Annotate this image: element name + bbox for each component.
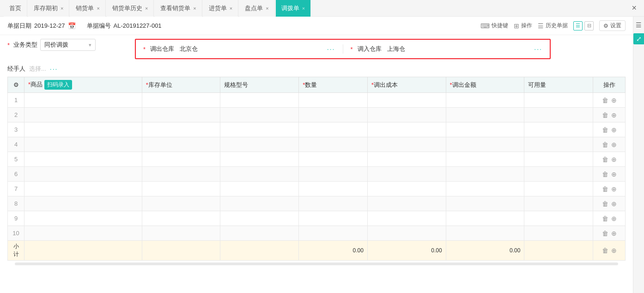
- amount-cell[interactable]: [446, 108, 524, 122]
- tab-sales-order[interactable]: 销货单×: [70, 0, 105, 17]
- cost-cell[interactable]: [367, 182, 446, 196]
- col-gear[interactable]: ⚙: [8, 77, 24, 93]
- delete-row-icon[interactable]: 🗑: [602, 141, 608, 148]
- amount-cell[interactable]: [446, 211, 524, 226]
- amount-cell[interactable]: [446, 226, 524, 241]
- in-warehouse-more-btn[interactable]: ···: [534, 45, 542, 53]
- history-button[interactable]: ☰ 历史单据: [538, 22, 568, 30]
- unit-cell[interactable]: [142, 182, 220, 196]
- tab-stocktake[interactable]: 盘点单×: [239, 0, 274, 17]
- spec-cell[interactable]: [220, 152, 299, 167]
- copy-row-icon[interactable]: ⊕: [611, 215, 617, 222]
- qty-cell[interactable]: [299, 93, 368, 108]
- spec-cell[interactable]: [220, 122, 299, 137]
- tab-sales-history[interactable]: 销货单历史×: [107, 0, 154, 17]
- cost-cell[interactable]: [367, 167, 446, 182]
- product-cell[interactable]: [24, 137, 142, 152]
- amount-cell[interactable]: [446, 196, 524, 211]
- delete-row-icon[interactable]: 🗑: [602, 230, 608, 237]
- spec-cell[interactable]: [220, 93, 299, 108]
- cost-cell[interactable]: [367, 196, 446, 211]
- product-cell[interactable]: [24, 196, 142, 211]
- amount-cell[interactable]: [446, 167, 524, 182]
- qty-cell[interactable]: [299, 226, 368, 241]
- product-cell[interactable]: [24, 226, 142, 241]
- cost-cell[interactable]: [367, 108, 446, 122]
- product-cell[interactable]: [24, 122, 142, 137]
- handler-input[interactable]: 选择...: [29, 65, 46, 73]
- delete-row-icon[interactable]: 🗑: [602, 200, 608, 208]
- sidebar-doc-icon[interactable]: ☰: [634, 20, 644, 30]
- copy-row-icon[interactable]: ⊕: [611, 111, 617, 119]
- delete-row-icon[interactable]: 🗑: [602, 185, 608, 193]
- scan-button[interactable]: 扫码录入: [44, 80, 72, 90]
- qty-cell[interactable]: [299, 211, 368, 226]
- layout-list-icon[interactable]: ☰: [573, 21, 583, 31]
- qty-cell[interactable]: [299, 182, 368, 196]
- tab-view-sales[interactable]: 查看销货单×: [155, 0, 202, 17]
- copy-row-icon[interactable]: ⊕: [611, 97, 617, 104]
- product-cell[interactable]: [24, 93, 142, 108]
- operations-button[interactable]: ⊞ 操作: [514, 22, 532, 30]
- qty-cell[interactable]: [299, 167, 368, 182]
- copy-icon[interactable]: ⊕: [611, 247, 617, 254]
- cost-cell[interactable]: [367, 226, 446, 241]
- delete-row-icon[interactable]: 🗑: [602, 97, 608, 104]
- qty-cell[interactable]: [299, 122, 368, 137]
- copy-row-icon[interactable]: ⊕: [611, 156, 617, 163]
- spec-cell[interactable]: [220, 196, 299, 211]
- copy-row-icon[interactable]: ⊕: [611, 126, 617, 134]
- cost-cell[interactable]: [367, 137, 446, 152]
- spec-cell[interactable]: [220, 137, 299, 152]
- unit-cell[interactable]: [142, 93, 220, 108]
- spec-cell[interactable]: [220, 167, 299, 182]
- product-cell[interactable]: [24, 211, 142, 226]
- unit-cell[interactable]: [142, 108, 220, 122]
- copy-row-icon[interactable]: ⊕: [611, 141, 617, 148]
- unit-cell[interactable]: [142, 211, 220, 226]
- cost-cell[interactable]: [367, 152, 446, 167]
- delete-icon[interactable]: 🗑: [602, 247, 608, 254]
- spec-cell[interactable]: [220, 226, 299, 241]
- tab-close-opening[interactable]: ×: [61, 6, 63, 11]
- tab-purchase[interactable]: 进货单×: [203, 0, 238, 17]
- tab-close-sales-order[interactable]: ×: [97, 6, 99, 11]
- qty-cell[interactable]: [299, 196, 368, 211]
- unit-cell[interactable]: [142, 196, 220, 211]
- unit-cell[interactable]: [142, 152, 220, 167]
- amount-cell[interactable]: [446, 182, 524, 196]
- amount-cell[interactable]: [446, 93, 524, 108]
- qty-cell[interactable]: [299, 152, 368, 167]
- product-cell[interactable]: [24, 152, 142, 167]
- delete-row-icon[interactable]: 🗑: [602, 156, 608, 163]
- copy-row-icon[interactable]: ⊕: [611, 230, 617, 237]
- unit-cell[interactable]: [142, 167, 220, 182]
- copy-row-icon[interactable]: ⊕: [611, 200, 617, 208]
- tab-close-view-sales[interactable]: ×: [193, 6, 196, 11]
- business-type-selector[interactable]: 同价调拨 ▾: [40, 39, 96, 51]
- cost-cell[interactable]: [367, 93, 446, 108]
- tab-transfer[interactable]: 调拨单×: [276, 0, 311, 17]
- shortcut-button[interactable]: ⌨ 快捷键: [480, 22, 508, 30]
- tab-close-purchase[interactable]: ×: [230, 6, 232, 11]
- tab-close-sales-history[interactable]: ×: [145, 6, 148, 11]
- delete-row-icon[interactable]: 🗑: [602, 171, 608, 178]
- settings-button[interactable]: ⚙ 设置: [599, 20, 626, 31]
- close-window-button[interactable]: ×: [628, 3, 640, 13]
- copy-row-icon[interactable]: ⊕: [611, 185, 617, 193]
- tab-close-stocktake[interactable]: ×: [266, 6, 268, 11]
- product-cell[interactable]: [24, 108, 142, 122]
- spec-cell[interactable]: [220, 108, 299, 122]
- delete-row-icon[interactable]: 🗑: [602, 215, 608, 222]
- product-cell[interactable]: [24, 167, 142, 182]
- out-warehouse-more-btn[interactable]: ···: [327, 45, 335, 53]
- delete-row-icon[interactable]: 🗑: [602, 126, 608, 134]
- cost-cell[interactable]: [367, 211, 446, 226]
- delete-row-icon[interactable]: 🗑: [602, 111, 608, 119]
- amount-cell[interactable]: [446, 152, 524, 167]
- sidebar-expand-icon[interactable]: ⤢: [633, 33, 644, 44]
- layout-grid-icon[interactable]: ⊟: [584, 21, 594, 31]
- unit-cell[interactable]: [142, 226, 220, 241]
- qty-cell[interactable]: [299, 108, 368, 122]
- scroll-indicator[interactable]: [15, 262, 618, 265]
